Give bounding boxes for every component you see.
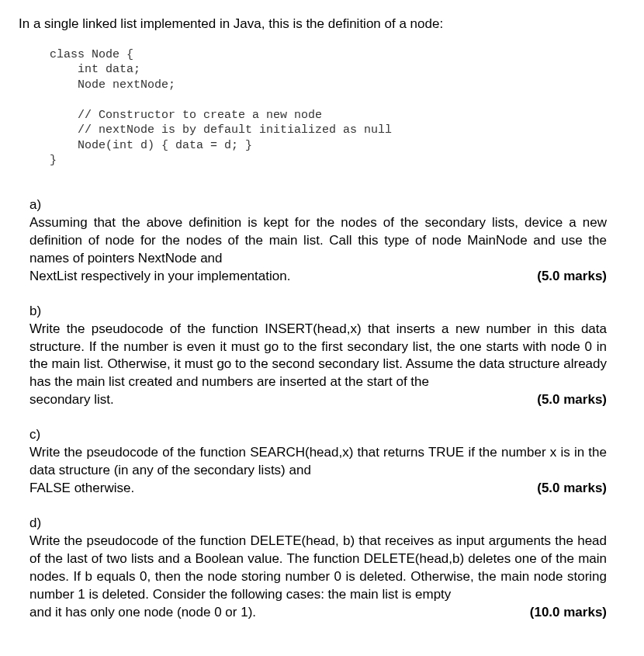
question-a-body: Assuming that the above definition is ke… xyxy=(29,214,607,286)
question-b-label: b) xyxy=(29,303,48,321)
question-b-text-main: Write the pseudocode of the function INS… xyxy=(29,321,607,390)
question-c-text-last: FALSE otherwise. xyxy=(29,481,134,495)
question-c-marks: (5.0 marks) xyxy=(537,480,607,498)
question-b-text-last: secondary list. xyxy=(29,392,114,407)
question-d-marks: (10.0 marks) xyxy=(530,604,607,622)
question-c-body: Write the pseudocode of the function SEA… xyxy=(29,444,607,498)
question-d-label: d) xyxy=(29,515,48,533)
question-c-text-main: Write the pseudocode of the function SEA… xyxy=(29,445,607,477)
question-d: d) Write the pseudocode of the function … xyxy=(29,515,628,622)
question-c: c) Write the pseudocode of the function … xyxy=(29,426,628,498)
intro-text: In a single linked list implemented in J… xyxy=(19,16,628,33)
question-a-text-last: NextList respectively in your implementa… xyxy=(29,269,290,283)
question-b-marks: (5.0 marks) xyxy=(537,391,607,409)
question-b-body: Write the pseudocode of the function INS… xyxy=(29,321,607,410)
question-b: b) Write the pseudocode of the function … xyxy=(29,303,628,410)
question-d-text-last: and it has only one node (node 0 or 1). xyxy=(29,605,256,620)
question-a-marks: (5.0 marks) xyxy=(537,268,607,286)
question-d-text-main: Write the pseudocode of the function DEL… xyxy=(29,533,607,602)
question-a-label: a) xyxy=(29,196,48,214)
question-c-label: c) xyxy=(29,426,48,444)
question-d-body: Write the pseudocode of the function DEL… xyxy=(29,533,607,622)
question-a: a) Assuming that the above definition is… xyxy=(29,196,628,286)
code-definition: class Node { int data; Node nextNode; //… xyxy=(50,47,628,168)
question-a-text-main: Assuming that the above definition is ke… xyxy=(29,215,607,266)
